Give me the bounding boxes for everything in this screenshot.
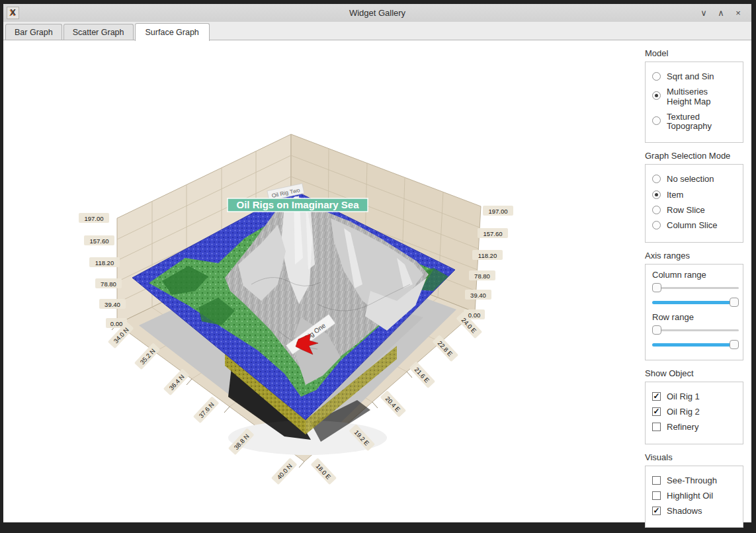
svg-text:157.60: 157.60 bbox=[483, 230, 502, 237]
radio-label: No selection bbox=[667, 175, 714, 184]
row-range-label: Row range bbox=[652, 312, 740, 322]
checkbox-see-through[interactable]: See-Through bbox=[652, 476, 740, 485]
radio-icon bbox=[652, 190, 661, 199]
radio-label: Sqrt and Sin bbox=[667, 72, 714, 81]
svg-text:0.00: 0.00 bbox=[110, 320, 123, 327]
control-panel: Model Sqrt and Sin Multiseries Height Ma… bbox=[640, 40, 750, 522]
slider-handle[interactable] bbox=[730, 298, 739, 307]
model-groupbox: Sqrt and Sin Multiseries Height Map Text… bbox=[645, 62, 743, 143]
selection-mode-section-label: Graph Selection Mode bbox=[645, 151, 746, 161]
surface-chart[interactable]: 197.00 157.60 118.20 78.80 39.40 0.00 19… bbox=[3, 40, 640, 522]
chart-title: Oil Rigs on Imaginary Sea bbox=[228, 198, 368, 212]
radio-multiseries-height-map[interactable]: Multiseries Height Map bbox=[652, 87, 740, 106]
svg-text:39.40: 39.40 bbox=[470, 292, 486, 299]
radio-icon bbox=[652, 72, 661, 81]
row-range-min-slider[interactable] bbox=[652, 325, 739, 335]
app-window: X Widget Gallery ∨ ∧ × Bar Graph Scatter… bbox=[3, 4, 751, 522]
model-section-label: Model bbox=[645, 48, 746, 58]
checkbox-highlight-oil[interactable]: Highlight Oil bbox=[652, 491, 740, 501]
checkbox-oil-rig-1[interactable]: ✓ Oil Rig 1 bbox=[652, 392, 740, 401]
slider-track[interactable] bbox=[652, 343, 739, 347]
checkbox-icon bbox=[652, 476, 661, 485]
radio-column-slice[interactable]: Column Slice bbox=[652, 221, 740, 230]
slider-track[interactable] bbox=[652, 329, 739, 331]
show-object-section-label: Show Object bbox=[645, 368, 746, 378]
radio-icon bbox=[652, 221, 661, 229]
svg-text:118.20: 118.20 bbox=[95, 259, 114, 266]
axis-ranges-groupbox: Column range Row range bbox=[645, 264, 743, 360]
checkbox-oil-rig-2[interactable]: ✓ Oil Rig 2 bbox=[652, 407, 740, 417]
checkbox-icon: ✓ bbox=[652, 507, 661, 515]
slider-track[interactable] bbox=[652, 287, 739, 289]
checkbox-icon: ✓ bbox=[652, 407, 661, 416]
svg-text:0.00: 0.00 bbox=[468, 311, 481, 319]
checkbox-label: Oil Rig 2 bbox=[667, 407, 700, 417]
checkbox-icon bbox=[652, 491, 661, 500]
checkbox-label: Shadows bbox=[667, 507, 702, 516]
radio-icon bbox=[652, 116, 661, 125]
column-range-min-slider[interactable] bbox=[652, 283, 739, 293]
radio-item[interactable]: Item bbox=[652, 190, 740, 200]
slider-handle[interactable] bbox=[652, 325, 661, 335]
visuals-groupbox: See-Through Highlight Oil ✓ Shadows bbox=[645, 466, 743, 528]
svg-text:118.20: 118.20 bbox=[478, 252, 497, 259]
radio-row-slice[interactable]: Row Slice bbox=[652, 206, 740, 215]
radio-icon bbox=[652, 175, 661, 183]
visuals-section-label: Visuals bbox=[645, 452, 746, 462]
tab-pane-surface-graph: 197.00 157.60 118.20 78.80 39.40 0.00 19… bbox=[3, 40, 751, 522]
radio-sqrt-and-sin[interactable]: Sqrt and Sin bbox=[652, 72, 740, 81]
column-range-max-slider[interactable] bbox=[652, 298, 739, 308]
axis-ranges-section-label: Axis ranges bbox=[645, 251, 746, 261]
show-object-groupbox: ✓ Oil Rig 1 ✓ Oil Rig 2 Refinery bbox=[645, 382, 743, 444]
radio-label: Row Slice bbox=[667, 206, 705, 215]
minimize-icon[interactable]: ∨ bbox=[698, 8, 709, 18]
checkbox-label: See-Through bbox=[667, 476, 717, 485]
slider-handle[interactable] bbox=[730, 340, 739, 349]
svg-text:78.80: 78.80 bbox=[101, 280, 116, 288]
svg-text:78.80: 78.80 bbox=[474, 272, 490, 280]
radio-label: Textured Topography bbox=[667, 112, 721, 132]
tab-bar-graph[interactable]: Bar Graph bbox=[5, 24, 62, 40]
selection-mode-groupbox: No selection Item Row Slice Column Slice bbox=[645, 164, 743, 242]
checkbox-shadows[interactable]: ✓ Shadows bbox=[652, 507, 740, 516]
radio-label: Multiseries Height Map bbox=[667, 87, 721, 106]
svg-text:157.60: 157.60 bbox=[89, 237, 108, 245]
radio-textured-topography[interactable]: Textured Topography bbox=[652, 112, 740, 132]
radio-label: Column Slice bbox=[667, 221, 718, 230]
svg-text:39.40: 39.40 bbox=[105, 301, 120, 308]
maximize-icon[interactable]: ∧ bbox=[716, 8, 726, 18]
tab-bar: Bar Graph Scatter Graph Surface Graph bbox=[3, 22, 751, 40]
radio-label: Item bbox=[667, 190, 683, 200]
slider-track[interactable] bbox=[652, 301, 739, 304]
tab-surface-graph[interactable]: Surface Graph bbox=[135, 23, 210, 41]
column-range-label: Column range bbox=[652, 270, 740, 280]
checkbox-label: Refinery bbox=[667, 423, 698, 432]
checkbox-icon bbox=[652, 423, 661, 431]
svg-text:197.00: 197.00 bbox=[488, 208, 507, 215]
checkbox-refinery[interactable]: Refinery bbox=[652, 423, 740, 432]
radio-icon bbox=[652, 206, 661, 214]
radio-no-selection[interactable]: No selection bbox=[652, 175, 740, 184]
radio-icon bbox=[652, 91, 661, 100]
window-title: Widget Gallery bbox=[3, 8, 751, 18]
window-controls: ∨ ∧ × bbox=[698, 8, 751, 18]
slider-handle[interactable] bbox=[652, 283, 661, 292]
title-bar: X Widget Gallery ∨ ∧ × bbox=[3, 4, 751, 22]
tab-scatter-graph[interactable]: Scatter Graph bbox=[63, 24, 134, 40]
row-range-max-slider[interactable] bbox=[652, 340, 739, 350]
svg-text:Oil Rigs on Imaginary Sea: Oil Rigs on Imaginary Sea bbox=[236, 199, 359, 210]
checkbox-label: Highlight Oil bbox=[667, 491, 713, 501]
close-icon[interactable]: × bbox=[733, 8, 743, 18]
svg-text:197.00: 197.00 bbox=[84, 215, 103, 222]
checkbox-icon: ✓ bbox=[652, 392, 661, 401]
checkbox-label: Oil Rig 1 bbox=[667, 392, 700, 401]
